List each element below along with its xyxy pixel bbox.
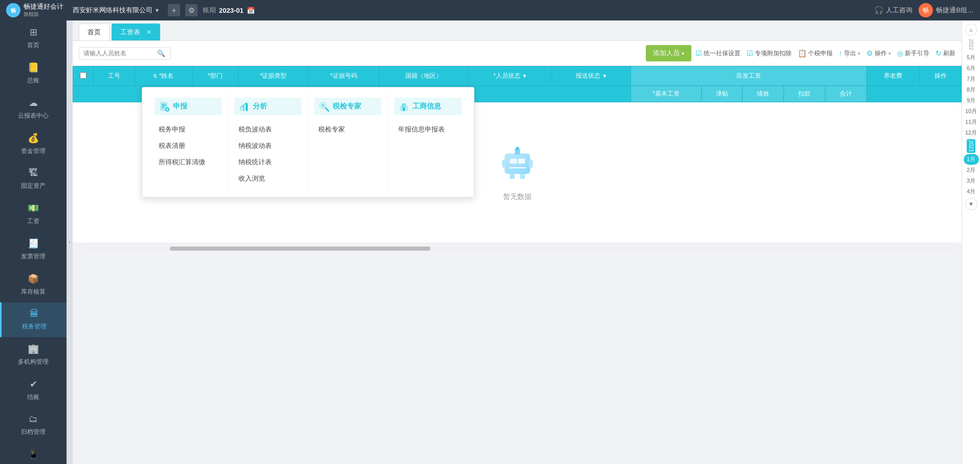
export-button[interactable]: ↑ 导出 ▾: [839, 49, 860, 58]
sidebar-label-cloud-report: 云报表中心: [18, 112, 49, 120]
social-insurance-button[interactable]: ☑ 统一社保设置: [695, 49, 741, 58]
timeline-month-feb[interactable]: 2月: [964, 165, 979, 175]
timeline-month-10[interactable]: 10月: [964, 106, 979, 117]
tab-close-button[interactable]: ✕: [146, 29, 151, 36]
timeline-month-5[interactable]: 5月: [964, 52, 979, 63]
refresh-button[interactable]: ↻ 刷新: [935, 49, 955, 58]
tax-return-button[interactable]: 📋 个税申报: [798, 49, 833, 58]
right-header: 🎧 人工咨询 畅 畅捷通B组…: [874, 3, 974, 17]
sidebar-item-salary[interactable]: 💵 工资: [0, 196, 67, 232]
timeline-month-12[interactable]: 12月: [964, 127, 979, 138]
sidebar-item-micro-sales[interactable]: 📱 小畅报销: [0, 443, 67, 464]
scrollbar-thumb[interactable]: [170, 247, 430, 251]
timeline-next-button[interactable]: ▼: [965, 198, 977, 210]
salary-icon: 💵: [28, 203, 39, 214]
tab-salary-label: 工资表: [120, 28, 140, 36]
th-checkbox[interactable]: [73, 67, 94, 86]
tab-salary[interactable]: 工资表 ✕: [112, 24, 160, 40]
timeline-month-apr[interactable]: 4月: [964, 186, 979, 197]
sidebar-item-invoice[interactable]: 🧾 发票管理: [0, 232, 67, 267]
dropdown-item-tax-table[interactable]: 税表清册: [155, 138, 222, 154]
operate-button[interactable]: ⚙ 操作 ▾: [866, 49, 891, 58]
social-insurance-label: 统一社保设置: [704, 49, 741, 58]
sidebar-collapse-button[interactable]: ‹: [67, 20, 73, 464]
status-filter-icon[interactable]: ▼: [522, 73, 527, 79]
special-deduction-button[interactable]: ☑ 专项附加扣除: [747, 49, 792, 58]
th-dept: *部门: [192, 67, 238, 86]
micro-sales-icon: 📱: [28, 449, 39, 460]
th-pension: 养老费: [866, 67, 920, 86]
timeline-prev-button[interactable]: ▲: [965, 24, 977, 36]
tab-home[interactable]: 首页: [79, 24, 110, 40]
refresh-label: 刷新: [943, 49, 955, 58]
company-name: 西安虾米网络科技有限公司: [73, 6, 153, 15]
sidebar-item-home[interactable]: ⊞ 首页: [0, 20, 67, 56]
fund-icon: 💰: [28, 132, 39, 144]
sidebar-item-multi-org[interactable]: 🏢 多机构管理: [0, 337, 67, 372]
search-icon[interactable]: 🔍: [157, 50, 165, 57]
new-guide-toolbar-button[interactable]: ◎ 新手引导: [897, 49, 929, 58]
timeline-month-jan[interactable]: 1月: [964, 154, 979, 165]
sidebar-item-ledger[interactable]: 📒 总账: [0, 56, 67, 91]
sidebar-item-inventory[interactable]: 📦 库存核算: [0, 267, 67, 302]
tax-wave-label: 纳税波动表: [238, 142, 272, 149]
svg-rect-26: [402, 103, 406, 107]
dropdown-item-tax-declaration[interactable]: 税务申报: [155, 121, 222, 138]
dropdown-item-annual-report[interactable]: 年报信息申报表: [394, 121, 462, 138]
sidebar-item-fund[interactable]: 💰 资金管理: [0, 126, 67, 162]
search-input-wrap: 🔍: [79, 47, 171, 60]
dropdown-item-tax-burden[interactable]: 税负波动表: [234, 121, 301, 138]
dropdown-item-income-browse[interactable]: 收入浏览: [234, 170, 301, 187]
timeline-month-mar[interactable]: 3月: [964, 175, 979, 186]
company-selector[interactable]: 西安虾米网络科技有限公司 ▾: [69, 4, 163, 17]
send-filter-icon[interactable]: ▼: [602, 73, 607, 79]
timeline-month-11[interactable]: 11月: [964, 117, 979, 127]
sidebar-label-ledger: 总账: [27, 76, 39, 85]
refresh-icon: ↻: [935, 49, 942, 57]
dropdown-section-title-tax-expert: 税检专家: [314, 98, 381, 115]
dropdown-item-income-tax-summary[interactable]: 所得税汇算清缴: [155, 154, 222, 170]
sidebar-label-fixed-assets: 固定资产: [21, 182, 46, 190]
avatar: 畅: [919, 3, 933, 17]
calendar-icon[interactable]: 📅: [247, 7, 255, 14]
period-area: 账期 2023-01 📅: [203, 6, 255, 15]
svg-rect-20: [243, 105, 245, 111]
timeline-month-9[interactable]: 9月: [964, 95, 979, 106]
sidebar-label-fund: 资金管理: [21, 147, 46, 156]
tax-expert-section-icon: [318, 101, 330, 112]
sidebar-label-archive: 归档管理: [21, 428, 46, 436]
search-input[interactable]: [83, 50, 155, 57]
user-area[interactable]: 畅 畅捷通B组…: [919, 3, 974, 17]
timeline-month-6[interactable]: 6月: [964, 63, 979, 74]
sidebar-item-settle[interactable]: ✔ 结账: [0, 372, 67, 408]
support-button[interactable]: 🎧 人工咨询: [874, 6, 912, 15]
select-all-checkbox[interactable]: [80, 72, 86, 79]
timeline-month-8[interactable]: 8月: [964, 84, 979, 95]
timeline-month-7[interactable]: 7月: [964, 74, 979, 84]
dropdown-item-tax-expert[interactable]: 税检专家: [314, 121, 381, 138]
th-operate: 操作: [920, 67, 962, 86]
sidebar-item-fixed-assets[interactable]: 🏗 固定资产: [0, 162, 67, 196]
logo-text: 畅捷通好会计 旗舰版: [24, 3, 63, 18]
tax-declaration-label: 税务申报: [159, 125, 185, 133]
timeline-current-year-badge: 2023: [967, 139, 975, 152]
sidebar-item-tax[interactable]: 🏛 税务管理: [0, 302, 67, 337]
dropdown-item-tax-wave[interactable]: 纳税波动表: [234, 138, 301, 154]
new-guide-toolbar-label: 新手引导: [905, 49, 929, 58]
sort-icon: ⇅: [153, 73, 157, 79]
business-info-section-icon: [398, 101, 409, 112]
tax-expert-section-label: 税检专家: [333, 102, 361, 111]
dropdown-section-title-analysis: 分析: [234, 98, 301, 115]
horizontal-scrollbar[interactable]: [83, 247, 951, 251]
add-company-button[interactable]: +: [168, 4, 180, 16]
invoice-icon: 🧾: [28, 238, 39, 249]
th-country: 国籍（地区）: [379, 67, 468, 86]
settings-button[interactable]: ⚙: [185, 4, 198, 16]
add-person-button[interactable]: 添加人员 ▾: [646, 45, 691, 61]
sidebar-item-cloud-report[interactable]: ☁ 云报表中心: [0, 91, 67, 126]
sidebar-item-archive[interactable]: 🗂 归档管理: [0, 408, 67, 443]
dropdown-item-tax-stat[interactable]: 纳税统计表: [234, 154, 301, 170]
logo-icon: 畅: [6, 3, 20, 17]
export-arrow-icon: ▾: [858, 51, 860, 56]
sidebar-label-settle: 结账: [27, 393, 39, 402]
